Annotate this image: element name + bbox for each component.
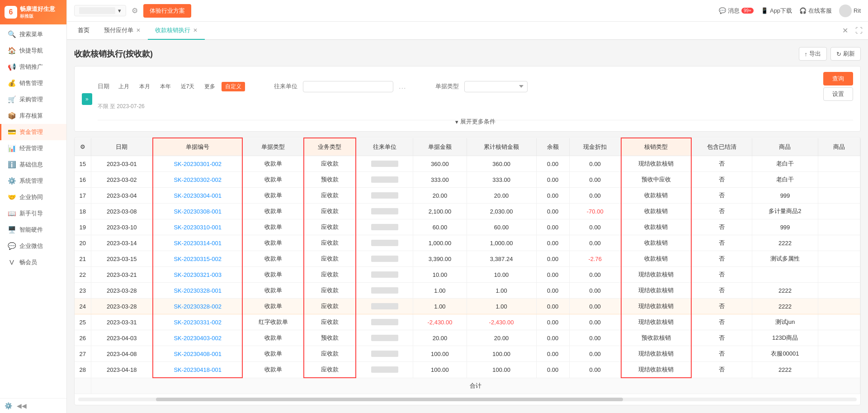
cell-cancel-type: 现结收款核销 — [621, 283, 692, 299]
bill-no-link[interactable]: SK-20230408-001 — [174, 351, 222, 357]
cell-bill-type: 收款单 — [242, 299, 303, 314]
bill-no-link[interactable]: SK-20230310-001 — [174, 224, 222, 231]
cell-bill-amount: 100.00 — [413, 362, 467, 378]
messages-item[interactable]: 💬 消息 99+ — [719, 7, 754, 15]
operation-icon: 📊 — [8, 144, 16, 152]
cell-bill-type: 红字收款单 — [242, 314, 303, 330]
shortcut-more[interactable]: 更多 — [201, 82, 219, 91]
th-settings[interactable]: ⚙ — [75, 138, 91, 156]
tab-receipt[interactable]: 收款核销执行 ✕ — [148, 22, 205, 40]
expand-conditions-btn[interactable]: ▾ 展开更多条件 — [455, 118, 495, 126]
bill-no-link[interactable]: SK-20230304-001 — [174, 192, 222, 199]
sidebar-item-operation[interactable]: 📊 经营管理 — [0, 140, 66, 157]
cell-biz-type: 预收款 — [304, 330, 356, 346]
table-row: 27 2023-04-08 SK-20230408-001 收款单 应收款 10… — [75, 346, 860, 362]
tab-receipt-close[interactable]: ✕ — [193, 27, 198, 33]
bill-no-link[interactable]: SK-20230302-002 — [174, 176, 222, 183]
enterprise-icon: 🤝 — [8, 193, 16, 201]
cell-cancel-type: 预收款核销 — [621, 330, 692, 346]
chevron-down-icon: ▾ — [118, 7, 121, 14]
workspace-selector[interactable]: ▾ — [74, 5, 126, 16]
sidebar-item-hardware[interactable]: 🖥️ 智能硬件 — [0, 222, 66, 238]
bill-no-link[interactable]: SK-20230321-003 — [174, 271, 222, 278]
sidebar-item-sales[interactable]: 💰 销售管理 — [0, 75, 66, 91]
cell-date: 2023-03-08 — [91, 204, 153, 219]
bill-no-link[interactable]: SK-20230314-001 — [174, 240, 222, 247]
cell-bill-no: SK-20230328-002 — [153, 299, 242, 314]
user-item[interactable]: Rit — [839, 5, 861, 17]
trial-button[interactable]: 体验行业方案 — [143, 4, 191, 18]
sidebar-item-enterprise[interactable]: 🤝 企业协同 — [0, 189, 66, 205]
sidebar-item-guide[interactable]: 📖 新手引导 — [0, 205, 66, 222]
cell-bill-type: 收款单 — [242, 235, 303, 251]
sidebar-item-system[interactable]: ⚙️ 系统管理 — [0, 173, 66, 189]
bill-no-link[interactable]: SK-20230418-001 — [174, 366, 222, 373]
finance-icon: 💳 — [8, 128, 16, 136]
bill-no-link[interactable]: SK-20230331-002 — [174, 319, 222, 326]
bill-no-link[interactable]: SK-20230315-002 — [174, 256, 222, 262]
cell-bill-amount: 1.00 — [413, 283, 467, 299]
query-button[interactable]: 查询 — [823, 72, 853, 85]
sidebar-item-inventory[interactable]: 📦 库存核算 — [0, 108, 66, 124]
sidebar-collapse-icon[interactable]: ◀◀ — [17, 402, 27, 409]
tab-close-action[interactable]: ✕ — [840, 24, 850, 37]
tab-prepay-close[interactable]: ✕ — [136, 27, 141, 33]
sidebar-item-member[interactable]: V 畅会员 — [0, 254, 66, 271]
cell-partner — [356, 346, 413, 362]
cell-date: 2023-03-31 — [91, 314, 153, 330]
refresh-button[interactable]: ↻ 刷新 — [830, 47, 861, 61]
sidebar-item-label: 采购管理 — [19, 95, 43, 104]
sidebar-item-wechat[interactable]: 💬 企业微信 — [0, 238, 66, 254]
cell-product: 测试jun — [752, 314, 818, 330]
cell-balance: 0.00 — [536, 346, 569, 362]
search-icon: 🔍 — [8, 30, 16, 38]
shortcut-last-month[interactable]: 上月 — [115, 82, 133, 91]
cell-include-settled: 否 — [691, 219, 752, 235]
sidebar-item-basic[interactable]: ℹ️ 基础信息 — [0, 157, 66, 173]
tab-fullscreen-action[interactable]: ⛶ — [854, 25, 864, 37]
export-button[interactable]: ↑ 导出 — [799, 47, 827, 61]
sidebar-item-purchase[interactable]: 🛒 采购管理 — [0, 91, 66, 108]
bill-no-link[interactable]: SK-20230308-001 — [174, 208, 222, 215]
th-cash-discount: 现金折扣 — [569, 138, 621, 156]
tab-prepay[interactable]: 预付应付单 ✕ — [97, 22, 148, 40]
sidebar-item-quick-nav[interactable]: 🏠 快捷导航 — [0, 43, 66, 59]
sidebar-item-marketing[interactable]: 📢 营销推广 — [0, 59, 66, 75]
cell-product2 — [818, 235, 860, 251]
filter-expand-button[interactable]: » — [82, 93, 92, 105]
cell-bill-amount: 360.00 — [413, 156, 467, 172]
bill-type-select[interactable] — [464, 81, 528, 92]
partner-input[interactable] — [303, 81, 393, 92]
purchase-icon: 🛒 — [8, 95, 16, 104]
shortcut-7days[interactable]: 近7天 — [177, 82, 198, 91]
bill-no-link[interactable]: SK-20230403-002 — [174, 335, 222, 342]
header-right: 💬 消息 99+ 📱 App下载 🎧 在线客服 Rit — [719, 5, 861, 17]
app-download-item[interactable]: 📱 App下载 — [761, 7, 792, 15]
sidebar-settings-icon[interactable]: ⚙️ — [5, 402, 12, 409]
cell-include-settled: 否 — [691, 251, 752, 267]
cell-accum-amount: 333.00 — [467, 172, 536, 188]
bill-no-link[interactable]: SK-20230301-002 — [174, 161, 222, 167]
date-label: 日期 — [98, 82, 109, 90]
table-row: 24 2023-03-28 SK-20230328-002 收款单 应收款 1.… — [75, 299, 860, 314]
horizontal-scrollbar[interactable] — [78, 398, 857, 401]
bill-no-link[interactable]: SK-20230328-001 — [174, 287, 222, 294]
cell-cash-discount: 0.00 — [569, 235, 621, 251]
shortcut-custom[interactable]: 自定义 — [222, 82, 245, 91]
header-settings-icon[interactable]: ⚙ — [132, 6, 138, 15]
shortcut-this-month[interactable]: 本月 — [136, 82, 154, 91]
cell-accum-amount: 60.00 — [467, 219, 536, 235]
filter-settings-button[interactable]: 设置 — [823, 87, 853, 101]
tab-home[interactable]: 首页 — [71, 22, 97, 40]
table-settings-icon[interactable]: ⚙ — [80, 143, 85, 150]
hardware-icon: 🖥️ — [8, 226, 16, 234]
shortcut-this-year[interactable]: 本年 — [156, 82, 175, 91]
online-service-item[interactable]: 🎧 在线客服 — [799, 7, 832, 15]
scrollbar-thumb[interactable] — [156, 398, 623, 401]
th-biz-type: 业务类型 — [304, 138, 356, 156]
bill-no-link[interactable]: SK-20230328-002 — [174, 303, 222, 310]
cell-cash-discount: 0.00 — [569, 362, 621, 378]
sidebar-item-search[interactable]: 🔍 搜索菜单 — [0, 26, 66, 43]
sidebar-item-finance[interactable]: 💳 资金管理 — [0, 124, 66, 140]
export-icon: ↑ — [805, 51, 808, 57]
